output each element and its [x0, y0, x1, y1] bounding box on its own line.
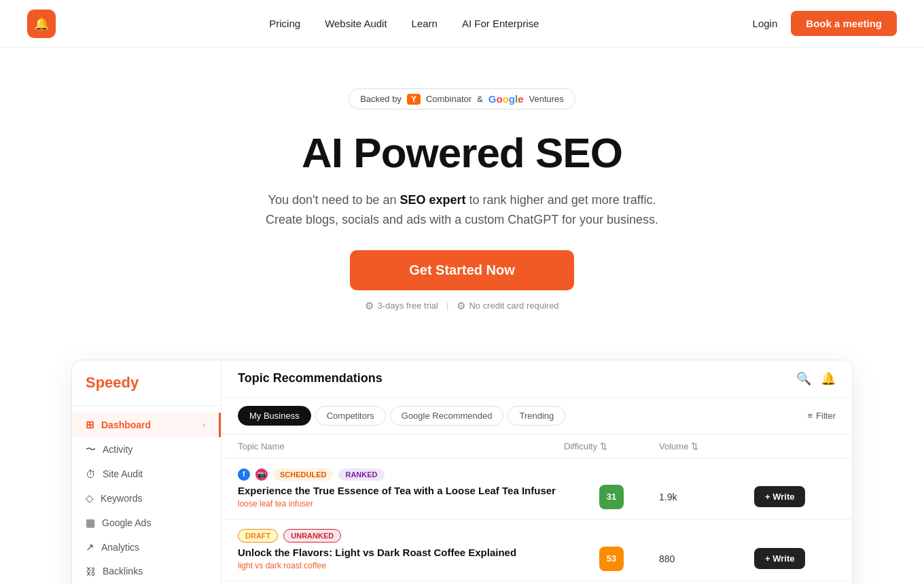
filter-button[interactable]: ≡ Filter [808, 411, 836, 421]
backlinks-icon: ⛓ [86, 566, 96, 577]
sidebar-item-backlinks[interactable]: ⛓ Backlinks [72, 560, 221, 583]
sidebar-item-dashboard[interactable]: ⊞ Dashboard › [72, 413, 221, 437]
tab-competitors[interactable]: Competitors [315, 406, 386, 426]
col-action [754, 441, 836, 451]
nav-right: Login Book a meeting [753, 11, 897, 36]
badge-draft: DRAFT [238, 529, 278, 543]
table-header: Topic Name Difficulty ⇅ Volume ⇅ [221, 434, 852, 459]
google-icon: Google [488, 93, 524, 105]
site-audit-icon: ⏱ [86, 468, 96, 480]
topic-tabs: My Business Competitors Google Recommend… [221, 398, 852, 434]
trial-text: ⚙ 3-days free trial [365, 300, 438, 312]
difficulty-badge: 53 [599, 547, 624, 571]
tab-trending[interactable]: Trending [508, 406, 565, 426]
sidebar-label-site-audit: Site Audit [103, 468, 143, 479]
dashboard-icon: ⊞ [86, 419, 94, 431]
nav-ai-enterprise[interactable]: AI For Enterprise [462, 18, 539, 29]
no-card-text: ⚙ No credit card required [457, 300, 558, 312]
table-row: f 📷 SCHEDULED UNRANKED [221, 581, 852, 584]
notification-icon[interactable]: 🔔 [821, 371, 836, 386]
topic-keyword: loose leaf tea infuser [238, 499, 564, 509]
hero-sub: ⚙ 3-days free trial | ⚙ No credit card r… [27, 300, 897, 312]
sidebar-divider [72, 405, 221, 406]
keywords-icon: ◇ [86, 492, 94, 504]
nav-learn[interactable]: Learn [412, 18, 438, 29]
volume-value: 880 [659, 553, 754, 564]
volume-value: 1.9k [659, 492, 754, 502]
login-button[interactable]: Login [753, 18, 778, 29]
get-started-button[interactable]: Get Started Now [350, 250, 574, 290]
ampersand: & [477, 94, 483, 104]
instagram-icon: 📷 [255, 468, 268, 481]
tab-my-business[interactable]: My Business [238, 406, 311, 426]
topic-name: Unlock the Flavors: Light vs Dark Roast … [238, 547, 564, 558]
facebook-icon: f [238, 468, 250, 481]
sidebar-item-activity[interactable]: 〜 Activity [72, 437, 221, 462]
filter-label: Filter [816, 411, 836, 421]
activity-icon: 〜 [86, 443, 96, 456]
topic-name: Experience the True Essence of Tea with … [238, 485, 564, 496]
difficulty-badge: 31 [599, 485, 624, 509]
table-row: DRAFT UNRANKED Unlock the Flavors: Light… [221, 519, 852, 581]
search-icon[interactable]: 🔍 [796, 371, 811, 386]
analytics-icon: ↗ [86, 541, 94, 553]
topic-table: Topic Name Difficulty ⇅ Volume ⇅ f 📷 SCH… [221, 434, 852, 584]
main-content: Topic Recommendations 🔍 🔔 My Business Co… [221, 360, 852, 584]
sidebar-item-site-audit[interactable]: ⏱ Site Audit [72, 462, 221, 486]
google-ventures-name: Ventures [529, 94, 563, 104]
hero-description: You don't need to be an SEO expert to ra… [27, 190, 897, 230]
sidebar-item-analytics[interactable]: ↗ Analytics [72, 535, 221, 560]
col-volume[interactable]: Volume ⇅ [659, 441, 754, 451]
filter-icon: ≡ [808, 411, 813, 421]
col-topic: Topic Name [238, 441, 564, 451]
nav-links: Pricing Website Audit Learn AI For Enter… [269, 18, 539, 29]
table-row: f 📷 SCHEDULED RANKED Experience the True… [221, 459, 852, 519]
tab-group: My Business Competitors Google Recommend… [238, 406, 565, 426]
logo-icon: 🔔 [34, 16, 49, 31]
hero-section: Backed by Y Combinator & Google Ventures… [0, 48, 924, 339]
sidebar-logo: Speedy [72, 374, 221, 405]
sidebar-label-backlinks: Backlinks [103, 566, 143, 577]
sidebar-label-keywords: Keywords [101, 493, 142, 504]
nav-website-audit[interactable]: Website Audit [325, 18, 387, 29]
main-header-icons: 🔍 🔔 [796, 371, 836, 386]
row2-main: Unlock the Flavors: Light vs Dark Roast … [238, 547, 836, 571]
sidebar-label-google-ads: Google Ads [102, 517, 151, 528]
yc-badge: Y [407, 94, 421, 105]
app-preview: Speedy ⊞ Dashboard › 〜 Activity ⏱ Site A… [71, 360, 853, 584]
sidebar-item-keywords[interactable]: ◇ Keywords [72, 486, 221, 511]
badge-unranked: UNRANKED [283, 529, 341, 543]
badge-scheduled: SCHEDULED [273, 468, 333, 481]
row1-main: Experience the True Essence of Tea with … [238, 485, 836, 509]
sidebar-label-activity: Activity [103, 444, 132, 455]
book-meeting-button[interactable]: Book a meeting [791, 11, 897, 36]
write-button[interactable]: + Write [754, 486, 805, 507]
badge-ranked: RANKED [338, 468, 384, 481]
sidebar-label-analytics: Analytics [101, 542, 139, 553]
navbar: 🔔 Pricing Website Audit Learn AI For Ent… [0, 0, 924, 48]
main-header: Topic Recommendations 🔍 🔔 [221, 360, 852, 398]
backed-by-badge: Backed by Y Combinator & Google Ventures [349, 88, 575, 109]
nav-logo[interactable]: 🔔 [27, 10, 56, 38]
topic-keyword: light vs dark roast coffee [238, 561, 564, 570]
row2-badges: DRAFT UNRANKED [238, 529, 836, 543]
main-title: Topic Recommendations [238, 371, 383, 385]
sidebar-logo-text: Speedy [86, 374, 139, 391]
sidebar-item-google-ads[interactable]: ▦ Google Ads [72, 511, 221, 535]
hero-headline: AI Powered SEO [27, 128, 897, 177]
badge-text-prefix: Backed by [360, 94, 402, 104]
yc-name: Combinator [426, 94, 472, 104]
write-button[interactable]: + Write [754, 548, 805, 569]
sidebar: Speedy ⊞ Dashboard › 〜 Activity ⏱ Site A… [72, 360, 221, 584]
col-difficulty[interactable]: Difficulty ⇅ [564, 441, 659, 451]
row1-badges: f 📷 SCHEDULED RANKED [238, 468, 836, 481]
google-ads-icon: ▦ [86, 517, 95, 529]
tab-google-recommended[interactable]: Google Recommended [390, 406, 504, 426]
sidebar-label-dashboard: Dashboard [101, 419, 151, 430]
nav-pricing[interactable]: Pricing [269, 18, 300, 29]
